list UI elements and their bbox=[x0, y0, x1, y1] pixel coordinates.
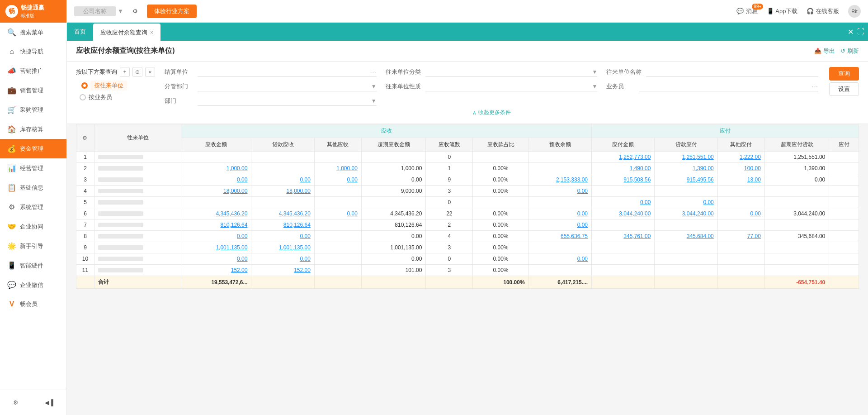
filter-partner-name: 往来单位名称 bbox=[606, 67, 818, 77]
tab-home[interactable]: 首页 bbox=[67, 23, 93, 41]
filter-dept: 部门 ▼ bbox=[165, 96, 377, 106]
total-ar-amount: 19,553,472,6... bbox=[181, 276, 251, 289]
partner-cell bbox=[94, 197, 181, 208]
member-icon: V bbox=[7, 300, 16, 308]
col-ar-count: 应收笔数 bbox=[426, 138, 473, 152]
total-prepaid: 6,417,215.... bbox=[528, 276, 591, 289]
close-window-icon[interactable]: ✕ bbox=[848, 28, 854, 36]
basic-icon: 📋 bbox=[7, 183, 16, 192]
table-row: 2 1,000.00 1,000.00 1,000.00 1 0.00% 1,4… bbox=[76, 163, 859, 174]
dept-manager-input[interactable] bbox=[198, 81, 371, 91]
collapse-up-icon: ∧ bbox=[472, 110, 476, 116]
settlement-dots-icon[interactable]: ··· bbox=[370, 68, 377, 75]
wechat-icon: 💬 bbox=[7, 281, 16, 289]
system-icon: ⚙ bbox=[7, 203, 16, 211]
filter-settlement: 结算单位 ··· bbox=[165, 67, 377, 77]
col-ar-loan: 贷款应收 bbox=[251, 138, 314, 152]
table-row: 4 18,000.00 18,000.00 9,000.00 3 0.00% 0… bbox=[76, 186, 859, 197]
sidebar-item-quicknav[interactable]: ⌂ 快捷导航 bbox=[0, 42, 66, 61]
tab-ar-ap[interactable]: 应收应付余额查询 × bbox=[93, 24, 160, 42]
total-ap-overdue: -654,751.40 bbox=[764, 276, 829, 289]
guide-icon: 🌟 bbox=[7, 242, 16, 250]
total-ar-count bbox=[426, 276, 473, 289]
table-row: 1 0 1,252,773.00 1,251,551.00 1,222.00 1… bbox=[76, 152, 859, 163]
partner-category-input[interactable] bbox=[425, 67, 592, 76]
salesman-input[interactable] bbox=[639, 81, 812, 91]
sidebar-item-marketing[interactable]: 📣 营销推广 bbox=[0, 61, 66, 81]
partner-cell bbox=[94, 208, 181, 219]
partner-name-input[interactable] bbox=[646, 67, 818, 76]
setting-button[interactable]: 设置 bbox=[829, 82, 859, 96]
messages-btn[interactable]: 💬 消息 99+ bbox=[736, 7, 758, 15]
table-settings-icon[interactable]: ⚙ bbox=[80, 134, 89, 143]
sidebar-item-sales[interactable]: 💼 销售管理 bbox=[0, 81, 66, 100]
partner-cell bbox=[94, 242, 181, 253]
sidebar-item-operations[interactable]: 📊 经营管理 bbox=[0, 158, 66, 178]
maximize-icon[interactable]: ⛶ bbox=[857, 28, 864, 36]
scheme-by-salesman[interactable]: 按业务员 bbox=[80, 93, 157, 101]
tab-close-icon[interactable]: × bbox=[150, 29, 153, 36]
sidebar-item-inventory[interactable]: 🏠 库存核算 bbox=[0, 119, 66, 139]
salesman-dots-icon[interactable]: ··· bbox=[812, 83, 818, 90]
partner-nature-arrow-icon[interactable]: ▼ bbox=[592, 83, 597, 90]
sidebar-collapse-btn[interactable]: ◀▐ bbox=[38, 396, 61, 410]
page-title: 应收应付余额查询(按往来单位) bbox=[76, 46, 175, 56]
partner-nature-input[interactable] bbox=[425, 81, 592, 91]
sidebar-settings-btn[interactable]: ⚙ bbox=[6, 396, 26, 410]
partner-category-arrow-icon[interactable]: ▼ bbox=[592, 69, 597, 75]
edit-scheme-btn[interactable]: ⊙ bbox=[132, 67, 142, 77]
settlement-input[interactable] bbox=[198, 67, 370, 76]
export-button[interactable]: 📤 导出 bbox=[814, 47, 835, 55]
total-label-cell bbox=[76, 276, 94, 289]
dept-manager-arrow-icon[interactable]: ▼ bbox=[371, 83, 377, 90]
scheme-by-partner[interactable]: 按往来单位 bbox=[81, 81, 157, 91]
sidebar-item-system[interactable]: ⚙ 系统管理 bbox=[0, 197, 66, 217]
table-area: ⚙ 往来单位 应收 应付 应收金额 贷款应收 其他应收 超期应收金额 应收笔数 … bbox=[67, 124, 868, 415]
total-ap-loan bbox=[655, 276, 717, 289]
header-actions: 📤 导出 ↺ 刷新 bbox=[814, 47, 859, 55]
logo-icon: 畅 bbox=[5, 5, 18, 18]
col-ap-loan: 贷款应付 bbox=[655, 138, 717, 152]
search-icon: 🔍 bbox=[7, 28, 16, 37]
dept-arrow-icon[interactable]: ▼ bbox=[371, 98, 377, 104]
sidebar-item-hardware[interactable]: 📱 智能硬件 bbox=[0, 256, 66, 275]
sidebar-item-finance[interactable]: 💰 资金管理 bbox=[0, 139, 66, 158]
collapse-scheme-btn[interactable]: « bbox=[145, 67, 155, 77]
col-ar-amount: 应收金额 bbox=[181, 138, 251, 152]
sidebar-item-search[interactable]: 🔍 搜索菜单 bbox=[0, 23, 66, 42]
operations-icon: 📊 bbox=[7, 164, 16, 172]
sidebar-item-member[interactable]: V 畅会员 bbox=[0, 295, 66, 314]
sidebar-item-guide[interactable]: 🌟 新手引导 bbox=[0, 236, 66, 256]
dept-input[interactable] bbox=[198, 96, 371, 105]
total-ar-loan bbox=[251, 276, 314, 289]
solution-button[interactable]: 体验行业方案 bbox=[147, 5, 197, 18]
page-header: 应收应付余额查询(按往来单位) 📤 导出 ↺ 刷新 bbox=[67, 41, 868, 62]
partner-cell bbox=[94, 163, 181, 174]
marketing-icon: 📣 bbox=[7, 67, 16, 75]
add-scheme-btn[interactable]: + bbox=[120, 67, 130, 77]
table-row: 11 152.00 152.00 101.00 3 0.00% bbox=[76, 265, 859, 276]
filter-area: 按以下方案查询 + ⊙ « 按往来单位 按业务员 bbox=[67, 62, 868, 124]
col-group-receivable: 应收 bbox=[181, 124, 592, 138]
filter-dept-manager: 分管部门 ▼ bbox=[165, 81, 377, 91]
refresh-button[interactable]: ↺ 刷新 bbox=[840, 47, 859, 55]
query-button[interactable]: 查询 bbox=[829, 67, 859, 81]
sidebar-item-wechat[interactable]: 💬 企业微信 bbox=[0, 275, 66, 295]
table-row: 5 0 0.00 0.00 bbox=[76, 197, 859, 208]
gear-btn[interactable]: ⚙ bbox=[129, 5, 142, 18]
table-row: 7 810,126.64 810,126.64 810,126.64 2 0.0… bbox=[76, 219, 859, 231]
topbar: 公司名称 ▼ ⚙ 体验行业方案 💬 消息 99+ 📱 App下载 🎧 在线客服 … bbox=[67, 0, 868, 23]
online-service-btn[interactable]: 🎧 在线客服 bbox=[807, 7, 839, 15]
topbar-right: 💬 消息 99+ 📱 App下载 🎧 在线客服 Rit bbox=[736, 5, 861, 18]
sidebar-item-purchase[interactable]: 🛒 采购管理 bbox=[0, 100, 66, 119]
col-ap-tail: 应付 bbox=[829, 138, 859, 152]
collapse-more-btn[interactable]: ∧ 收起更多条件 bbox=[165, 109, 818, 116]
app-download-btn[interactable]: 📱 App下载 bbox=[767, 7, 797, 15]
query-buttons: 查询 设置 bbox=[829, 67, 859, 96]
filter-partner-category: 往来单位分类 ▼ bbox=[386, 67, 598, 77]
sidebar-item-basic[interactable]: 📋 基础信息 bbox=[0, 178, 66, 197]
user-avatar[interactable]: Rit bbox=[848, 5, 861, 18]
sidebar-item-collab[interactable]: 🤝 企业协同 bbox=[0, 217, 66, 236]
col-ar-other: 其他应收 bbox=[314, 138, 361, 152]
refresh-icon: ↺ bbox=[840, 48, 845, 54]
